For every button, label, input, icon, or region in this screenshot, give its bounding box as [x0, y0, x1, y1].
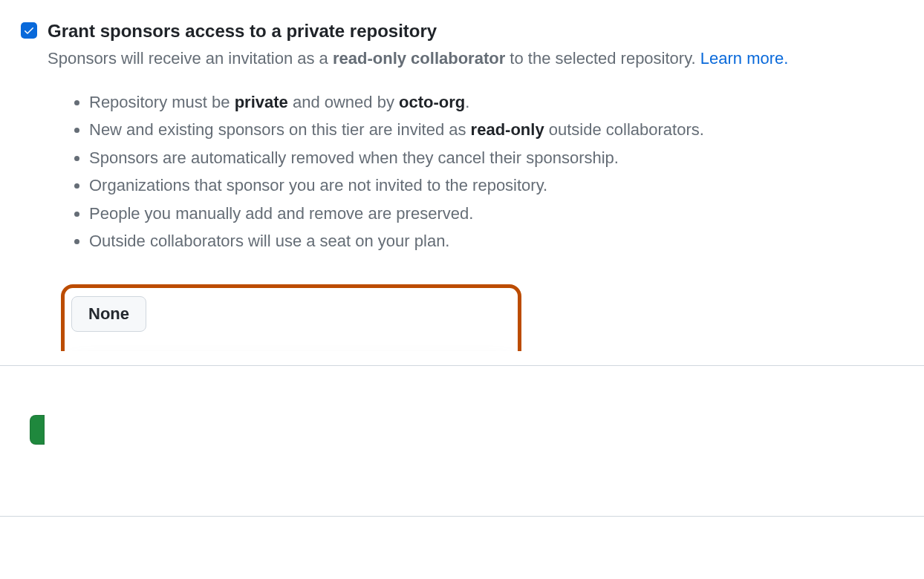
list-item: New and existing sponsors on this tier a…: [89, 116, 903, 143]
desc-text-2: to the selected repository.: [505, 49, 700, 68]
grant-access-checkbox[interactable]: [21, 22, 37, 39]
list-item: Sponsors are automatically removed when …: [89, 144, 903, 171]
section-description: Sponsors will receive an invitation as a…: [48, 47, 903, 71]
check-icon: [23, 24, 35, 36]
list-item: People you manually add and remove are p…: [89, 200, 903, 227]
list-item: Repository must be private and owned by …: [89, 88, 903, 116]
list-item: Organizations that sponsor you are not i…: [89, 171, 903, 199]
requirements-list: Repository must be private and owned by …: [48, 88, 903, 255]
list-item: Outside collaborators will use a seat on…: [89, 227, 903, 255]
repository-select-button[interactable]: None: [71, 296, 146, 332]
learn-more-link[interactable]: Learn more.: [700, 49, 789, 68]
desc-text: Sponsors will receive an invitation as a: [48, 49, 333, 68]
section-title: Grant sponsors access to a private repos…: [48, 19, 903, 42]
desc-strong: read-only collaborator: [333, 49, 505, 68]
